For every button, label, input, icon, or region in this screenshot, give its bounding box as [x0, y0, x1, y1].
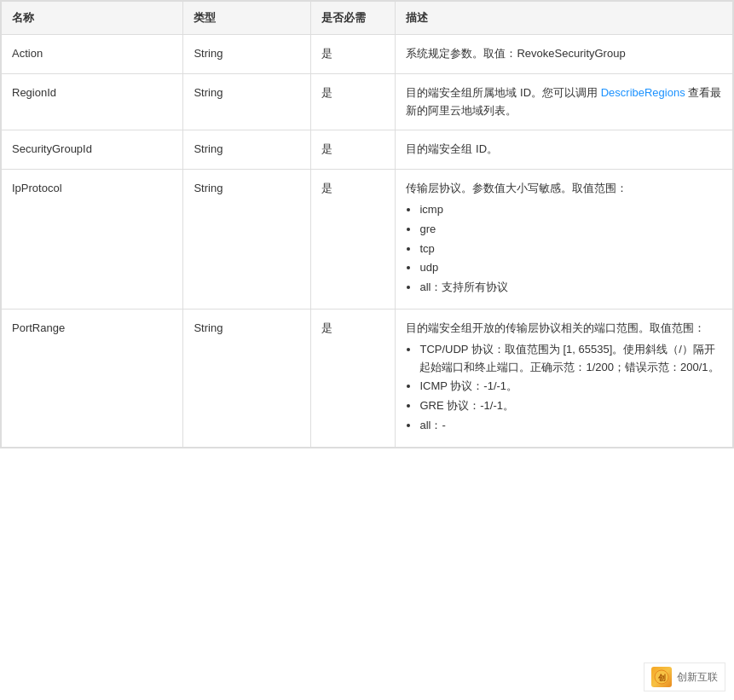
desc-text: 目的端安全组 ID。	[406, 142, 498, 155]
cell-type: String	[183, 170, 310, 310]
header-required: 是否必需	[310, 2, 396, 35]
table-row: SecurityGroupIdString是目的端安全组 ID。	[2, 130, 733, 170]
list-item: gre	[419, 221, 722, 239]
cell-required: 是	[310, 309, 396, 447]
list-item: ICMP 协议：-1/-1。	[419, 378, 722, 396]
table-row: IpProtocolString是传输层协议。参数值大小写敏感。取值范围：icm…	[2, 170, 733, 310]
desc-text: 系统规定参数。取值：RevokeSecurityGroup	[406, 47, 625, 60]
table-row: PortRangeString是目的端安全组开放的传输层协议相关的端口范围。取值…	[2, 309, 733, 447]
list-item: udp	[419, 259, 722, 277]
list-item: all：-	[419, 417, 722, 435]
header-name: 名称	[2, 2, 183, 35]
cell-description: 目的端安全组开放的传输层协议相关的端口范围。取值范围：TCP/UDP 协议：取值…	[396, 309, 733, 447]
cell-type: String	[183, 35, 310, 74]
cell-description: 系统规定参数。取值：RevokeSecurityGroup	[396, 35, 733, 74]
cell-required: 是	[310, 73, 396, 130]
cell-name: SecurityGroupId	[2, 130, 183, 170]
cell-name: RegionId	[2, 73, 183, 130]
cell-name: Action	[2, 35, 183, 74]
desc-list: TCP/UDP 协议：取值范围为 [1, 65535]。使用斜线（/）隔开起始端…	[419, 341, 722, 435]
cell-description: 目的端安全组所属地域 ID。您可以调用 DescribeRegions 查看最新…	[396, 73, 733, 130]
header-type: 类型	[183, 2, 310, 35]
table-row: RegionIdString是目的端安全组所属地域 ID。您可以调用 Descr…	[2, 73, 733, 130]
api-params-table: 名称 类型 是否必需 描述 ActionString是系统规定参数。取值：Rev…	[0, 0, 734, 448]
list-item: all：支持所有协议	[419, 279, 722, 297]
cell-required: 是	[310, 170, 396, 310]
header-description: 描述	[396, 2, 733, 35]
cell-type: String	[183, 309, 310, 447]
cell-description: 传输层协议。参数值大小写敏感。取值范围：icmpgretcpudpall：支持所…	[396, 170, 733, 310]
desc-text: 传输层协议。参数值大小写敏感。取值范围：	[406, 182, 627, 194]
cell-type: String	[183, 130, 310, 170]
cell-name: PortRange	[2, 309, 183, 447]
list-item: TCP/UDP 协议：取值范围为 [1, 65535]。使用斜线（/）隔开起始端…	[419, 341, 722, 377]
desc-text: 目的端安全组开放的传输层协议相关的端口范围。取值范围：	[406, 321, 705, 334]
cell-type: String	[183, 73, 310, 130]
table-row: ActionString是系统规定参数。取值：RevokeSecurityGro…	[2, 35, 733, 74]
list-item: GRE 协议：-1/-1。	[419, 397, 722, 415]
list-item: tcp	[419, 240, 722, 258]
list-item: icmp	[419, 201, 722, 219]
cell-required: 是	[310, 35, 396, 74]
describe-regions-link[interactable]: DescribeRegions	[601, 86, 685, 99]
table-header-row: 名称 类型 是否必需 描述	[2, 2, 733, 35]
cell-required: 是	[310, 130, 396, 170]
cell-name: IpProtocol	[2, 170, 183, 310]
desc-list: icmpgretcpudpall：支持所有协议	[419, 201, 722, 297]
cell-description: 目的端安全组 ID。	[396, 130, 733, 170]
